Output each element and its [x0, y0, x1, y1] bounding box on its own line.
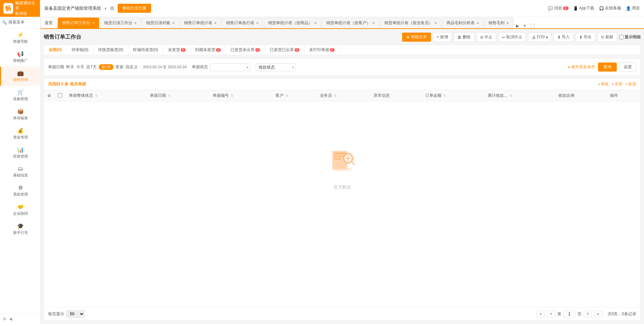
tab-home[interactable]: 首页	[40, 17, 57, 28]
cancel-review-action[interactable]: 充审	[612, 81, 622, 87]
sort-icon[interactable]: ⇅	[95, 94, 98, 97]
sidebar-item-guide[interactable]: 🎓 新手引导	[0, 219, 40, 239]
subtab-shipped-out[interactable]: 已发货已出库0	[265, 45, 304, 55]
topbar-settings-icon[interactable]: ⚙	[110, 5, 114, 11]
th-settings[interactable]: ⚙	[44, 90, 54, 102]
sort-icon[interactable]: ⇅	[334, 94, 337, 97]
subtab-unprinted[interactable]: 未打印单据0	[304, 45, 340, 55]
topbar-dropdown-icon[interactable]: ▾	[104, 6, 106, 11]
subtab-shipped-not-out[interactable]: 已发货未出库0	[226, 45, 265, 55]
print-dropdown-icon: ▾	[546, 35, 548, 40]
sidebar-item-system[interactable]: ⚙ 系统管理	[0, 181, 40, 200]
date-opt-1month[interactable]: 近1月	[99, 64, 114, 70]
first-page-button[interactable]: «	[536, 311, 545, 317]
date-opt-today[interactable]: 今天	[76, 64, 84, 70]
date-opt-yesterday[interactable]: 昨天	[66, 64, 74, 70]
tabs-more-button[interactable]: ▶	[514, 24, 521, 28]
tab-sales-sum-product[interactable]: 销货单统计表（按商品） ✕	[264, 17, 321, 28]
subtab-pending-inspect[interactable]: 待拣货验货(0)	[93, 45, 128, 55]
industry-solution-button[interactable]: 体验行业方案	[118, 4, 151, 13]
sort-icon[interactable]: ⇅	[168, 94, 171, 97]
sort-icon[interactable]: ⇅	[231, 94, 233, 97]
add-button[interactable]: + 新增	[433, 32, 452, 42]
subtab-pending-review[interactable]: 待审核(0)	[67, 45, 94, 55]
close-all-icon: ✕	[523, 24, 526, 28]
expand-conditions-button[interactable]: ▾ 展开更多条件	[568, 64, 595, 70]
sidebar-item-label: 销售管理	[13, 77, 28, 82]
subtab-expired-unshipped[interactable]: 到期未发货0	[190, 45, 226, 55]
tab-close-icon[interactable]: ✕	[476, 21, 479, 25]
sidebar-item-inventory[interactable]: 📦 库存核算	[0, 105, 40, 124]
sidebar-item-quick-nav[interactable]: ⚡ 快捷导航	[0, 28, 40, 47]
tab-close-icon[interactable]: ✕	[506, 21, 509, 25]
delete-button[interactable]: 🗑 删除	[454, 32, 474, 42]
prev-page-button[interactable]: <	[547, 311, 555, 317]
ship-action[interactable]: 发货	[626, 81, 636, 87]
tab-close-icon[interactable]: ✕	[134, 21, 137, 25]
cancel-stop-button[interactable]: ↩ 取消中止	[498, 32, 526, 42]
import-button[interactable]: ⬆ 导入	[554, 32, 573, 42]
settings-footer-icon[interactable]: ⚙	[3, 317, 6, 321]
tab-sales-sum-customer[interactable]: 销货单统计表（按客户） ✕	[322, 17, 379, 28]
tab-gross-margin[interactable]: 商品毛利分析表 ✕	[442, 17, 483, 28]
sidebar-item-finance[interactable]: 💰 资金管理	[0, 124, 40, 143]
sidebar-item-enterprise[interactable]: 🤝 企业协同	[0, 200, 40, 219]
tab-close-icon[interactable]: ✕	[92, 21, 95, 25]
tab-close-icon[interactable]: ✕	[256, 21, 259, 25]
subtab-all[interactable]: 全部(0)	[44, 45, 67, 55]
review-action[interactable]: 审核	[598, 81, 609, 87]
tab-sales-more[interactable]: 销售毛利 ✕	[484, 17, 513, 28]
tab-sales-stats[interactable]: 销售订单统计表 ✕	[180, 17, 221, 28]
tab-close-icon[interactable]: ✕	[434, 21, 437, 25]
page-size-select[interactable]: 20 50 100	[66, 310, 85, 318]
sidebar-item-sales[interactable]: 💼 销售管理	[0, 67, 40, 86]
app-download-button[interactable]: 📱 App下载	[573, 5, 594, 11]
tab-close-icon[interactable]: ✕	[314, 21, 317, 25]
payment-status-select[interactable]: 收款状态	[256, 63, 296, 71]
tab-sales-sum-staff[interactable]: 销货单统计表（按业务员） ✕	[380, 17, 441, 28]
sidebar-item-basic[interactable]: 🗂 基础信息	[0, 162, 40, 181]
status-select[interactable]	[210, 63, 250, 71]
shipped-not-out-badge: 0	[255, 48, 260, 52]
messages-button[interactable]: 💬 消息 6	[548, 5, 568, 11]
next-page-button[interactable]: >	[584, 311, 592, 317]
online-service-button[interactable]: 🎧 在线客服	[599, 5, 621, 11]
user-profile-button[interactable]: 👤 用友	[626, 5, 640, 11]
set-button[interactable]: 设置	[619, 62, 636, 72]
tab-cash-daily[interactable]: 钱货日清工作台 ✕	[100, 17, 141, 28]
date-opt-more[interactable]: 更多	[116, 64, 124, 70]
show-detail-checkbox-label[interactable]: 显示明细	[619, 34, 641, 40]
last-page-button[interactable]: »	[594, 311, 602, 317]
collapse-icon[interactable]: ◀	[9, 317, 12, 321]
tab-cash-reconcile[interactable]: 钱货日清对账 ✕	[142, 17, 179, 28]
sort-icon[interactable]: ⇅	[443, 94, 446, 97]
sort-icon[interactable]: ⇅	[510, 94, 512, 97]
page-number-input[interactable]	[563, 311, 575, 317]
date-opt-custom[interactable]: 自定义	[126, 64, 138, 70]
tabs-expand-button[interactable]: ⛶	[528, 24, 536, 28]
stop-button[interactable]: ⊘ 中止	[476, 32, 496, 42]
subtab-wangpu-ship[interactable]: 旺铺待发货(0)	[128, 45, 163, 55]
subtab-unshipped[interactable]: 未发货0	[163, 45, 190, 55]
select-all-checkbox[interactable]	[58, 93, 62, 97]
sidebar-item-purchase[interactable]: 🛒 采购管理	[0, 86, 40, 105]
tab-close-icon[interactable]: ✕	[214, 21, 217, 25]
tab-sales-workbench[interactable]: 销售订单工作台 ✕	[58, 17, 99, 28]
sort-icon[interactable]: ⇅	[286, 94, 288, 97]
tab-close-icon[interactable]: ✕	[172, 21, 175, 25]
print-button[interactable]: 🖨 打印 ▾	[528, 32, 552, 42]
tabs-close-all-button[interactable]: ✕	[521, 24, 528, 28]
smart-create-button[interactable]: ★ 智能生单	[402, 33, 431, 42]
th-checkbox[interactable]	[54, 90, 66, 102]
tab-close-icon[interactable]: ✕	[372, 21, 375, 25]
refresh-button[interactable]: ↻ 刷新	[597, 32, 617, 42]
tab-sales-exec[interactable]: 销售订单执行表 ✕	[222, 17, 263, 28]
show-detail-checkbox[interactable]	[619, 35, 624, 39]
stop-icon: ⊘	[480, 35, 483, 40]
date-opt-7days[interactable]: 近7天	[86, 64, 97, 70]
sidebar-item-marketing[interactable]: 📢 营销推广	[0, 47, 40, 67]
sidebar-search[interactable]: 🔍 搜索菜单	[0, 17, 40, 28]
search-button[interactable]: 查询	[598, 63, 617, 72]
sidebar-item-operations[interactable]: 📊 经营管理	[0, 143, 40, 162]
export-button[interactable]: ⬇ 导出	[575, 32, 595, 42]
